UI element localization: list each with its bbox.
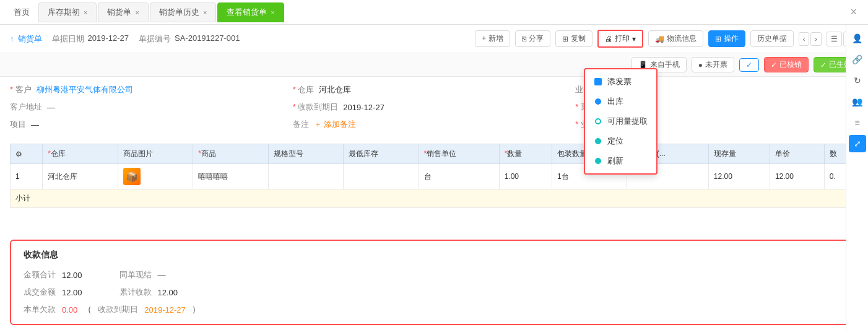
sidebar-person-icon[interactable]: 👤: [849, 30, 866, 47]
copy-button[interactable]: ⊞ 复制: [555, 30, 592, 47]
sidebar-rotate-icon[interactable]: ↻: [849, 72, 866, 89]
tab-view-sales-order[interactable]: 查看销货单 ×: [217, 2, 284, 22]
close-icon[interactable]: ×: [135, 9, 139, 16]
out-stock-label: 出库: [607, 96, 623, 107]
add-note-button[interactable]: ＋ 添加备注: [314, 119, 356, 130]
product-image: 📦: [123, 168, 141, 185]
doc-header: ↑ 销货单 单据日期 2019-12-27 单据编号 SA-20191227-0…: [0, 25, 868, 53]
cumulative-field: 累计收款 12.00: [119, 287, 178, 298]
copy-icon: ⊞: [562, 35, 568, 43]
payment-title: 收款信息: [24, 250, 844, 261]
dropdown-menu: 添发票 出库 可用量提取 定位 刷新: [584, 68, 658, 175]
square-icon: [594, 77, 602, 86]
tab-inventory-init[interactable]: 库存期初 ×: [38, 2, 97, 22]
grid-icon: ⊞: [715, 35, 721, 43]
doc-date-field: 单据日期 2019-12-27: [52, 33, 129, 45]
form-row-2: 客户地址 — * 收款到期日 2019-12-27 * 票据类型 不开票: [10, 102, 858, 113]
project-value: —: [31, 120, 39, 129]
total-amount-field: 金额合计 12.00: [24, 269, 82, 280]
col-product: *商品: [193, 144, 268, 164]
payment-row-3: 本单欠款 0.00 （ 收款到期日 2019-12-27 ）: [24, 304, 844, 315]
check-button[interactable]: ✓: [739, 58, 759, 72]
tab-bar-right: ×: [845, 6, 862, 19]
plus-icon: ＋: [314, 119, 322, 130]
address-field: 客户地址 —: [10, 102, 293, 113]
note-field: 备注 ＋ 添加备注: [293, 119, 576, 130]
refresh-label: 刷新: [607, 155, 623, 167]
cell-stock: 12.00: [708, 164, 770, 189]
doc-actions: + 新增 ⎘ 分享 ⊞ 复制 🖨 打印 ▾ 🚚 物流信息 ⊞ 操作: [475, 30, 858, 48]
next-button[interactable]: ›: [810, 32, 822, 46]
sidebar-list-icon[interactable]: ≡: [849, 114, 866, 131]
sidebar-link-icon[interactable]: 🔗: [849, 51, 866, 68]
same-order-label: 同单现结: [119, 269, 152, 280]
not-open-button[interactable]: ● 未开票: [692, 57, 734, 72]
subtotal-label: 小计: [11, 189, 858, 208]
locate-item[interactable]: 定位: [585, 131, 656, 151]
customer-value[interactable]: 柳州粤港平安气体有限公司: [37, 84, 133, 95]
circle-teal-icon: [594, 117, 602, 126]
sidebar-expand-icon[interactable]: ⤢: [849, 135, 866, 152]
cell-row-num: 1: [11, 164, 43, 189]
share-button[interactable]: ⎘ 分享: [515, 30, 550, 47]
check-icon: ✓: [746, 61, 752, 69]
circle-refresh-icon: [594, 157, 602, 165]
doc-meta: 单据日期 2019-12-27 单据编号 SA-20191227-001: [52, 33, 240, 45]
cell-product-img: 📦: [118, 164, 193, 189]
close-icon[interactable]: ×: [203, 9, 207, 16]
history-button[interactable]: 历史单据: [750, 30, 794, 47]
close-window-button[interactable]: ×: [845, 6, 862, 19]
qty-pick-label: 可用量提取: [607, 116, 648, 127]
cell-product: 嘻嘻嘻嘻: [193, 164, 268, 189]
col-settings[interactable]: ⚙: [11, 144, 43, 164]
owed-close: ）: [192, 304, 200, 315]
tab-sales-order[interactable]: 销货单 ×: [98, 2, 148, 22]
close-icon[interactable]: ×: [271, 9, 274, 16]
tab-bar: 首页 库存期初 × 销货单 × 销货单历史 × 查看销货单 × ×: [0, 0, 868, 25]
table-wrapper: ⚙ *仓库 商品图片 *商品 规格型号 最低库存 *销售单位 *数量 包装数量 …: [0, 144, 868, 235]
cell-quantity: 1.00: [499, 164, 552, 189]
customer-field: * 客户 柳州粤港平安气体有限公司: [10, 84, 293, 95]
list-view-button[interactable]: ☰: [827, 32, 842, 46]
print-button[interactable]: 🖨 打印 ▾: [597, 30, 643, 48]
close-icon[interactable]: ×: [84, 9, 87, 16]
owed-due-label: 收款到期日: [98, 304, 138, 315]
payment-row-1: 金额合计 12.00 同单现结 —: [24, 269, 844, 280]
owed-label: 本单欠款: [24, 304, 56, 315]
add-invoice-label: 添发票: [607, 76, 631, 87]
cell-spec: [268, 164, 343, 189]
transaction-label: 成交金额: [24, 287, 56, 298]
chevron-down-icon: ▾: [632, 35, 636, 43]
col-stock: 现存量: [708, 144, 770, 164]
owed-due-value: 2019-12-27: [144, 305, 186, 315]
add-invoice-item[interactable]: 添发票: [585, 72, 656, 92]
prev-button[interactable]: ‹: [799, 32, 810, 46]
project-field: 项目 —: [10, 119, 293, 130]
doc-number-value: SA-20191227-001: [175, 33, 240, 45]
tab-home[interactable]: 首页: [6, 7, 37, 18]
col-sales-unit: *销售单位: [419, 144, 499, 164]
doc-type-badge: ↑ 销货单: [10, 33, 42, 45]
tab-sales-order-history[interactable]: 销货单历史 ×: [150, 2, 216, 22]
refresh-item[interactable]: 刷新: [585, 151, 656, 171]
nav-arrows: ‹ ›: [799, 32, 822, 46]
out-stock-item[interactable]: 出库: [585, 92, 656, 111]
col-warehouse: *仓库: [43, 144, 118, 164]
new-button[interactable]: + 新增: [475, 30, 510, 47]
warehouse-value: 河北仓库: [319, 84, 351, 95]
address-value: —: [47, 103, 55, 112]
sidebar-user-icon[interactable]: 👥: [849, 93, 866, 110]
doc-number-label: 单据编号: [139, 33, 171, 45]
tab-inventory-init-label: 库存期初: [48, 7, 80, 18]
tab-sales-order-history-label: 销货单历史: [159, 7, 199, 18]
logistics-button[interactable]: 🚚 物流信息: [648, 30, 703, 47]
cell-sales-unit: 台: [419, 164, 499, 189]
form-area: * 客户 柳州粤港平安气体有限公司 * 仓库 河北仓库 业务员 演示账号 客户地…: [0, 77, 868, 144]
owed-value: 0.00: [62, 305, 77, 315]
operate-button[interactable]: ⊞ 操作: [708, 30, 745, 47]
col-spec: 规格型号: [268, 144, 343, 164]
qty-pick-item[interactable]: 可用量提取: [585, 111, 656, 131]
doc-date-label: 单据日期: [52, 33, 84, 45]
invoice-icon: ●: [698, 61, 703, 69]
tab-view-sales-order-label: 查看销货单: [227, 7, 267, 18]
